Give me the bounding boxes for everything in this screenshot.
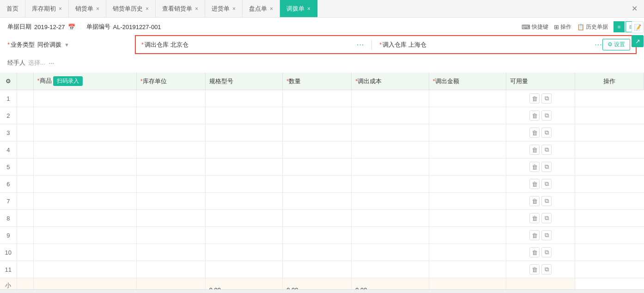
- person-input[interactable]: 选择...: [28, 59, 45, 67]
- row-unit[interactable]: [33, 159, 136, 176]
- delete-row-icon[interactable]: 🗑: [529, 196, 540, 206]
- row-goods[interactable]: [17, 141, 33, 159]
- row-cost[interactable]: [283, 176, 352, 193]
- window-close-button[interactable]: ✕: [625, 0, 644, 17]
- row-goods[interactable]: [17, 210, 33, 227]
- row-goods[interactable]: [17, 124, 33, 141]
- row-qty[interactable]: [205, 90, 283, 107]
- target-wh-more-icon[interactable]: ···: [595, 41, 602, 49]
- copy-row-icon[interactable]: ⧉: [541, 230, 552, 240]
- delete-row-icon[interactable]: 🗑: [529, 162, 540, 172]
- tab-close-icon[interactable]: ×: [96, 6, 99, 12]
- row-amount[interactable]: [352, 261, 429, 278]
- row-qty[interactable]: [205, 244, 283, 261]
- warehouse-settings-button[interactable]: ⚙ 设置: [602, 39, 630, 50]
- row-spec[interactable]: [136, 261, 205, 278]
- history-button[interactable]: 📋 历史单据: [577, 23, 608, 31]
- row-spec[interactable]: [136, 141, 205, 159]
- row-unit[interactable]: [33, 90, 136, 107]
- row-qty[interactable]: [205, 193, 283, 210]
- scan-button[interactable]: 扫码录入: [53, 76, 83, 86]
- delete-row-icon[interactable]: 🗑: [529, 128, 540, 138]
- delete-row-icon[interactable]: 🗑: [529, 213, 540, 223]
- row-amount[interactable]: [352, 159, 429, 176]
- row-unit[interactable]: [33, 227, 136, 244]
- row-unit[interactable]: [33, 176, 136, 193]
- row-goods[interactable]: [17, 244, 33, 261]
- row-unit[interactable]: [33, 107, 136, 124]
- row-available[interactable]: [429, 141, 506, 159]
- row-goods[interactable]: [17, 261, 33, 278]
- row-available[interactable]: [429, 107, 506, 124]
- row-cost[interactable]: [283, 210, 352, 227]
- tab-purchase[interactable]: 进货单 ×: [205, 0, 243, 17]
- copy-row-icon[interactable]: ⧉: [541, 93, 552, 104]
- row-qty[interactable]: [205, 159, 283, 176]
- tab-home[interactable]: 首页: [0, 0, 25, 17]
- row-available[interactable]: [429, 176, 506, 193]
- row-amount[interactable]: [352, 176, 429, 193]
- copy-row-icon[interactable]: ⧉: [541, 264, 552, 275]
- operations-button[interactable]: ⊞ 操作: [554, 23, 571, 31]
- row-available[interactable]: [429, 90, 506, 107]
- tab-close-icon[interactable]: ×: [232, 6, 236, 12]
- delete-row-icon[interactable]: 🗑: [529, 179, 540, 189]
- row-available[interactable]: [429, 261, 506, 278]
- row-qty[interactable]: [205, 227, 283, 244]
- row-amount[interactable]: [352, 193, 429, 210]
- person-more-icon[interactable]: ···: [49, 59, 55, 67]
- row-cost[interactable]: [283, 107, 352, 124]
- row-cost[interactable]: [283, 261, 352, 278]
- row-goods[interactable]: [17, 107, 33, 124]
- delete-row-icon[interactable]: 🗑: [529, 145, 540, 155]
- row-available[interactable]: [429, 210, 506, 227]
- table-scroll-area[interactable]: ⚙ *商品 扫码录入 *库存单位 规格型号 *数量 *调出成本 *调出金额 可用…: [0, 73, 644, 289]
- layout-list-button[interactable]: ≡: [614, 21, 625, 32]
- row-qty[interactable]: [205, 210, 283, 227]
- row-spec[interactable]: [136, 244, 205, 261]
- row-amount[interactable]: [352, 124, 429, 141]
- row-cost[interactable]: [283, 244, 352, 261]
- tab-close-icon[interactable]: ×: [59, 6, 62, 12]
- row-unit[interactable]: [33, 124, 136, 141]
- delete-row-icon[interactable]: 🗑: [529, 264, 540, 275]
- row-goods[interactable]: [17, 90, 33, 107]
- tab-view-sales[interactable]: 查看销货单 ×: [156, 0, 205, 17]
- copy-row-icon[interactable]: ⧉: [541, 179, 552, 189]
- row-amount[interactable]: [352, 227, 429, 244]
- tab-inventory-init[interactable]: 库存期初 ×: [25, 0, 69, 17]
- copy-row-icon[interactable]: ⧉: [541, 247, 552, 257]
- row-spec[interactable]: [136, 124, 205, 141]
- row-cost[interactable]: [283, 141, 352, 159]
- source-wh-value[interactable]: 北京仓: [170, 41, 188, 49]
- row-qty[interactable]: [205, 141, 283, 159]
- row-qty[interactable]: [205, 107, 283, 124]
- row-qty[interactable]: [205, 176, 283, 193]
- copy-row-icon[interactable]: ⧉: [541, 110, 552, 121]
- row-available[interactable]: [429, 227, 506, 244]
- copy-row-icon[interactable]: ⧉: [541, 162, 552, 172]
- row-spec[interactable]: [136, 227, 205, 244]
- tab-close-icon[interactable]: ×: [270, 6, 273, 12]
- row-cost[interactable]: [283, 227, 352, 244]
- col-gear[interactable]: ⚙: [0, 73, 17, 90]
- sidebar-export-icon[interactable]: ↗: [632, 35, 644, 47]
- row-amount[interactable]: [352, 210, 429, 227]
- row-amount[interactable]: [352, 141, 429, 159]
- row-unit[interactable]: [33, 193, 136, 210]
- row-goods[interactable]: [17, 193, 33, 210]
- row-spec[interactable]: [136, 107, 205, 124]
- row-spec[interactable]: [136, 193, 205, 210]
- tab-sales-order[interactable]: 销货单 ×: [69, 0, 106, 17]
- copy-row-icon[interactable]: ⧉: [541, 128, 552, 138]
- row-unit[interactable]: [33, 210, 136, 227]
- tab-sales-history[interactable]: 销货单历史 ×: [106, 0, 156, 17]
- tab-transfer[interactable]: 调拨单 ×: [280, 0, 317, 17]
- row-amount[interactable]: [352, 107, 429, 124]
- delete-row-icon[interactable]: 🗑: [529, 230, 540, 240]
- biz-type-value[interactable]: 同价调拨: [37, 41, 61, 49]
- row-spec[interactable]: [136, 159, 205, 176]
- biz-type-dropdown-icon[interactable]: ▼: [64, 42, 69, 48]
- tab-close-icon[interactable]: ×: [307, 6, 310, 12]
- row-goods[interactable]: [17, 227, 33, 244]
